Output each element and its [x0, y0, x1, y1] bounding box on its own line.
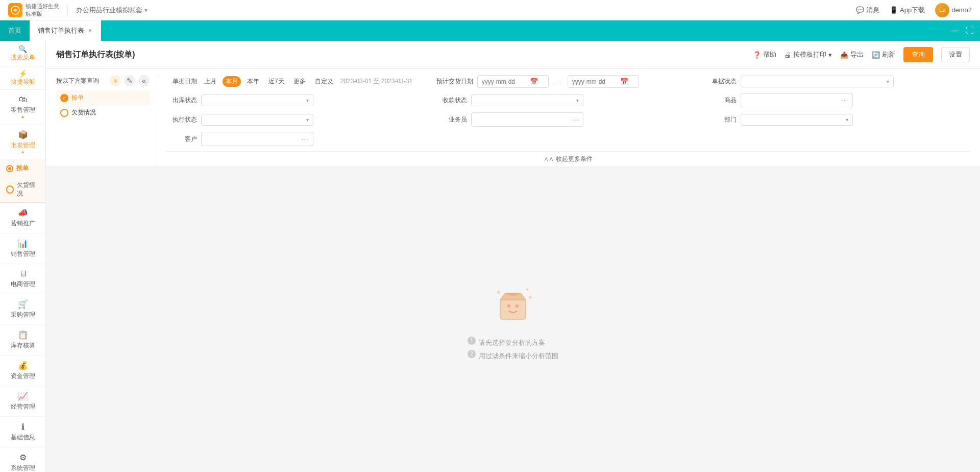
date-tab-custom[interactable]: 自定义: [312, 76, 336, 87]
tab-sales-order[interactable]: 销售订单执行表 ×: [30, 20, 101, 41]
date-tab-more[interactable]: 更多: [290, 76, 309, 87]
sidebar-item-purchase[interactable]: 🛒 采购管理: [0, 294, 45, 325]
page-title: 销售订单执行表(按单): [56, 50, 135, 60]
minimize-icon[interactable]: —: [948, 24, 961, 37]
top-bar: 畅捷通好生意 标准版 办公用品行业模拟账套 ▾ 💬 消息 📱 App下载 Ea …: [0, 0, 980, 20]
receipt-group: 收款状态 ▾: [436, 95, 700, 106]
sidebar-item-system[interactable]: ⚙ 系统管理: [0, 447, 45, 472]
dept-select[interactable]: ▾: [741, 114, 853, 126]
refresh-btn[interactable]: 🔄 刷新: [872, 50, 895, 59]
collapse-bar[interactable]: ∧∧ 收起更多条件: [166, 151, 970, 167]
filter-row-2: 出库状态 ▾ 收款状态 ▾: [166, 93, 970, 107]
basic-icon: ℹ: [21, 422, 24, 432]
content-area: 销售订单执行表(按单) ❓ 帮助 🖨 按模板打印 ▾ 📤 导出 🔄 刷新: [46, 41, 980, 472]
app-download-btn[interactable]: 📱 App下载: [890, 6, 925, 15]
logo-icon: [8, 3, 22, 17]
product-select[interactable]: ···: [741, 93, 853, 107]
date-separator: —: [553, 78, 564, 85]
query-button[interactable]: 查询: [903, 47, 933, 62]
sidebar-item-marketing[interactable]: 📣 营销推广: [0, 203, 45, 233]
submenu-item-debt[interactable]: 欠货情况: [0, 177, 45, 202]
sidebar-search[interactable]: 🔍 搜索菜单: [0, 41, 45, 66]
expected-date-to[interactable]: 📅: [568, 75, 639, 88]
app-title: 办公用品行业模拟账套: [76, 6, 142, 15]
scheme-item-order[interactable]: ✓ 按单: [56, 90, 150, 105]
sales-label: 业务员: [436, 115, 467, 124]
sidebar-item-sales[interactable]: 📊 销售管理: [0, 233, 45, 264]
status-select[interactable]: ▾: [741, 76, 894, 87]
exec-group: 执行状态 ▾: [166, 114, 430, 126]
active-dot: [6, 165, 13, 172]
add-icon: +: [113, 77, 117, 85]
user-menu[interactable]: Ea demo2: [935, 3, 972, 17]
sidebar-item-ecommerce[interactable]: 🖥 电商管理: [0, 264, 45, 294]
settings-button[interactable]: 设置: [941, 47, 970, 62]
submenu-item-order[interactable]: 按单: [0, 160, 45, 177]
top-bar-right: 💬 消息 📱 App下载 Ea demo2: [856, 3, 972, 17]
sales-select[interactable]: ···: [471, 112, 583, 127]
tab-home[interactable]: 首页: [0, 20, 30, 41]
inventory-icon: 📋: [18, 330, 28, 340]
date-tab-this-year[interactable]: 本年: [244, 76, 262, 87]
expected-date-from-input[interactable]: [482, 78, 528, 85]
svg-point-4: [497, 291, 500, 294]
customer-dots-icon: ···: [301, 135, 309, 143]
receipt-select[interactable]: ▾: [471, 95, 583, 106]
collapse-nav-btn[interactable]: «: [138, 75, 150, 86]
wholesale-submenu: 按单 欠货情况: [0, 160, 45, 203]
sidebar-item-business[interactable]: 📈 经营管理: [0, 386, 45, 417]
retail-icon: 🛍: [19, 95, 27, 104]
add-scheme-btn[interactable]: +: [110, 75, 121, 86]
exec-arrow-icon: ▾: [306, 117, 309, 123]
active-scheme-dot: ✓: [60, 94, 68, 102]
date-tab-last-month[interactable]: 上月: [201, 76, 219, 87]
sidebar-item-wholesale[interactable]: 📦 批发管理: [0, 125, 45, 160]
empty-illustration: [487, 277, 538, 328]
export-btn[interactable]: 📤 导出: [840, 50, 864, 59]
page-header: 销售订单执行表(按单) ❓ 帮助 🖨 按模板打印 ▾ 📤 导出 🔄 刷新: [46, 41, 980, 69]
outbound-group: 出库状态 ▾: [166, 95, 430, 106]
inactive-dot: [6, 185, 14, 194]
app-title-area[interactable]: 办公用品行业模拟账套 ▾: [76, 6, 148, 15]
filter-left-nav: 按以下方案查询 + ✎ «: [56, 75, 158, 167]
sidebar-item-finance[interactable]: 💰 资金管理: [0, 356, 45, 386]
sidebar-item-basic[interactable]: ℹ 基础信息: [0, 417, 45, 447]
tab-close-icon[interactable]: ×: [87, 26, 93, 35]
wholesale-icon: 📦: [18, 130, 28, 139]
template-print-btn[interactable]: 🖨 按模板打印 ▾: [785, 50, 832, 59]
expected-date-to-input[interactable]: [572, 78, 618, 85]
date-group: 单据日期 上月 本月 本年 近7天 更多 自定义 2023-03-01 至 20…: [166, 76, 430, 87]
edit-icon: ✎: [127, 77, 133, 85]
receipt-label: 收款状态: [436, 96, 467, 105]
empty-state: 1 请先选择要分析的方案 2 用过滤条件来缩小分析范围: [46, 167, 980, 472]
scheme-item-debt[interactable]: 欠货情况: [56, 105, 150, 120]
outbound-select[interactable]: ▾: [201, 95, 313, 106]
message-btn[interactable]: 💬 消息: [856, 6, 879, 15]
help-btn[interactable]: ❓ 帮助: [753, 50, 776, 59]
sidebar-item-retail[interactable]: 🛍 零售管理: [0, 90, 45, 125]
business-icon: 📈: [18, 391, 28, 401]
collapse-up-icon: ∧∧: [544, 155, 555, 162]
edit-scheme-btn[interactable]: ✎: [124, 75, 135, 86]
sales-icon: 📊: [18, 239, 28, 248]
refresh-icon: 🔄: [872, 51, 880, 59]
system-icon: ⚙: [19, 453, 27, 462]
divider: [67, 5, 68, 15]
expected-date-label: 预计交货日期: [436, 77, 473, 86]
product-group: 商品 ···: [706, 93, 970, 107]
exec-select[interactable]: ▾: [201, 114, 313, 126]
receipt-arrow-icon: ▾: [576, 98, 579, 103]
outbound-label: 出库状态: [166, 96, 197, 105]
sidebar-quick-nav[interactable]: ⚡ 快捷导航: [0, 66, 45, 90]
calendar-icon-2: 📅: [620, 78, 628, 85]
customer-label: 客户: [166, 135, 197, 144]
svg-rect-1: [500, 300, 526, 319]
maximize-icon[interactable]: ⛶: [964, 24, 976, 37]
customer-select[interactable]: ···: [201, 132, 313, 146]
collapse-icon: «: [142, 77, 146, 85]
date-tab-7days[interactable]: 近7天: [265, 76, 287, 87]
expected-date-from[interactable]: 📅: [477, 75, 549, 88]
date-tab-this-month[interactable]: 本月: [223, 76, 241, 87]
date-label: 单据日期: [166, 77, 197, 86]
sidebar-item-inventory[interactable]: 📋 库存核算: [0, 325, 45, 356]
